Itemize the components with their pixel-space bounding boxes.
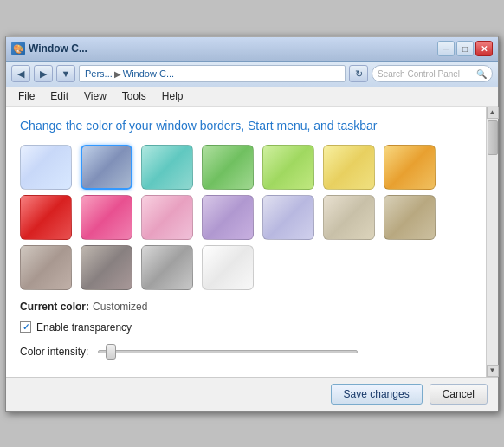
color-swatch-sky[interactable] — [20, 145, 72, 190]
minimize-button[interactable]: ─ — [437, 41, 455, 56]
dropdown-button[interactable]: ▼ — [56, 65, 75, 82]
scroll-track[interactable] — [487, 119, 498, 365]
color-swatch-tan[interactable] — [384, 195, 436, 240]
footer: Save changes Cancel — [6, 377, 498, 411]
color-swatch-crimson[interactable] — [20, 195, 72, 240]
scrollbar: ▲ ▼ — [486, 107, 498, 377]
color-swatch-rose[interactable] — [141, 195, 193, 240]
color-swatch-pink[interactable] — [81, 195, 132, 240]
menu-help[interactable]: Help — [155, 88, 191, 104]
color-swatch-periwinkle[interactable] — [262, 195, 314, 240]
scroll-down-arrow[interactable]: ▼ — [487, 365, 499, 377]
intensity-row: Color intensity: — [20, 346, 472, 358]
main-content: Change the color of your window borders,… — [6, 107, 486, 377]
color-swatch-gray[interactable] — [20, 245, 72, 290]
forward-button[interactable]: ▶ — [34, 65, 53, 82]
breadcrumb-window: Window C... — [123, 68, 174, 79]
search-icon: 🔍 — [476, 69, 487, 79]
title-bar-left: 🎨 Window C... — [11, 42, 87, 55]
cancel-button[interactable]: Cancel — [430, 384, 488, 405]
menu-bar: File Edit View Tools Help — [6, 87, 498, 107]
color-swatch-sea-foam[interactable] — [141, 145, 193, 190]
slider-thumb[interactable] — [106, 344, 116, 360]
menu-view[interactable]: View — [77, 88, 113, 104]
current-color-row: Current color: Customized — [20, 301, 472, 313]
menu-tools[interactable]: Tools — [115, 88, 153, 104]
intensity-slider[interactable] — [98, 350, 358, 353]
color-grid — [20, 145, 472, 290]
scroll-thumb[interactable] — [488, 120, 498, 155]
page-title: Change the color of your window borders,… — [20, 119, 472, 133]
color-swatch-medium-gray[interactable] — [81, 245, 132, 290]
color-swatch-leaf[interactable] — [202, 145, 254, 190]
content-area: Change the color of your window borders,… — [6, 107, 498, 377]
close-button[interactable]: ✕ — [475, 41, 493, 56]
scroll-up-arrow[interactable]: ▲ — [487, 107, 499, 119]
color-swatch-orange[interactable] — [384, 145, 436, 190]
current-color-value: Customized — [93, 301, 147, 313]
search-bar[interactable]: Search Control Panel 🔍 — [372, 65, 493, 82]
transparency-row: ✓ Enable transparency — [20, 321, 472, 334]
transparency-label: Enable transparency — [36, 321, 132, 334]
window-icon: 🎨 — [11, 42, 25, 55]
refresh-button[interactable]: ↻ — [349, 65, 368, 82]
title-bar-title: Window C... — [29, 42, 87, 55]
color-swatch-twilight[interactable] — [81, 145, 132, 190]
menu-edit[interactable]: Edit — [43, 88, 75, 104]
color-swatch-warm-sand[interactable] — [323, 195, 375, 240]
breadcrumb-arrow1: ▶ — [114, 69, 121, 79]
checkmark-icon: ✓ — [23, 322, 29, 332]
breadcrumb-pers: Pers... — [85, 68, 113, 79]
breadcrumb[interactable]: Pers... ▶ Window C... — [79, 65, 346, 82]
menu-file[interactable]: File — [11, 88, 42, 104]
title-bar: 🎨 Window C... ─ □ ✕ — [6, 37, 498, 62]
save-changes-button[interactable]: Save changes — [331, 384, 423, 405]
back-button[interactable]: ◀ — [11, 65, 30, 82]
maximize-button[interactable]: □ — [456, 41, 474, 56]
color-swatch-gold[interactable] — [323, 145, 375, 190]
color-swatch-silver[interactable] — [141, 245, 193, 290]
title-bar-controls: ─ □ ✕ — [437, 41, 493, 56]
color-swatch-white[interactable] — [202, 245, 254, 290]
address-bar: ◀ ▶ ▼ Pers... ▶ Window C... ↻ Search Con… — [6, 62, 498, 87]
color-swatch-lime[interactable] — [262, 145, 314, 190]
search-placeholder: Search Control Panel — [378, 69, 460, 79]
main-window: 🎨 Window C... ─ □ ✕ ◀ ▶ ▼ Pers... ▶ Wind… — [5, 36, 499, 412]
color-swatch-mauve[interactable] — [202, 195, 254, 240]
current-color-label: Current color: — [20, 301, 89, 313]
intensity-label: Color intensity: — [20, 346, 89, 358]
transparency-checkbox[interactable]: ✓ — [20, 321, 31, 333]
